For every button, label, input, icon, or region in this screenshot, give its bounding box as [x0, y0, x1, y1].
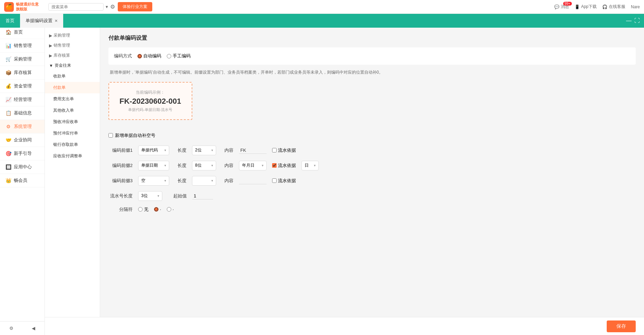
sidebar-item-system[interactable]: ⚙ 系统管理	[0, 120, 45, 133]
settings-icon[interactable]: ⚙	[110, 3, 115, 10]
search-input[interactable]	[48, 3, 104, 11]
sub-sidebar: ▶ 采购管理 ▶ 销售管理 ▶ 库存核算 ▼ 资金往来 收款单 付款单 费用支出…	[45, 28, 100, 335]
sidebar-item-guide[interactable]: 🎯 新手引导	[0, 147, 45, 160]
chevron-down-icon[interactable]: ▾	[106, 4, 108, 9]
content1-input[interactable]	[239, 147, 267, 154]
auto-code-radio[interactable]	[137, 54, 142, 58]
sidebar-item-basic-info[interactable]: 📋 基础信息	[0, 106, 45, 120]
sidebar-item-home-label: 首页	[14, 29, 23, 35]
prefix1-select[interactable]: 单据代码	[138, 146, 169, 155]
chevron-down-icon2: ▼	[49, 63, 53, 68]
sub-item-pre-payment[interactable]: 预付冲应付单	[45, 128, 100, 139]
code-method-label: 编码方式	[114, 53, 132, 59]
sep-none-radio[interactable]	[138, 207, 143, 212]
sep-none-label[interactable]: 无	[138, 206, 148, 213]
serial3-checkbox-label[interactable]: 流水依据	[272, 178, 296, 184]
preview-code: FK-20230602-001	[119, 97, 181, 106]
logo-text: 畅捷通好生意 旗舰版	[16, 2, 39, 11]
tab-minimize-button[interactable]: —	[626, 18, 632, 24]
prefix1-label: 编码前缀1	[108, 147, 133, 153]
serial2-checkbox-label[interactable]: 流水依据	[272, 162, 296, 169]
sidebar-collapse-icon[interactable]: ◀	[32, 326, 35, 331]
prefix3-label: 编码前缀3	[108, 178, 133, 184]
sub-item-receipt[interactable]: 收款单	[45, 71, 100, 82]
manual-code-radio[interactable]	[167, 54, 171, 58]
tab-close-icon[interactable]: ✕	[55, 19, 58, 23]
sub-group-sales[interactable]: ▶ 销售管理	[45, 40, 100, 50]
sub-group-cashflow[interactable]: ▼ 资金往来	[45, 61, 100, 71]
length1-label: 长度	[177, 147, 186, 153]
sidebar-item-purchase[interactable]: 🛒 采购管理	[0, 53, 45, 66]
sub-item-pre-receipt[interactable]: 预收冲应收单	[45, 116, 100, 128]
sep-dot-label[interactable]: ·	[154, 207, 161, 212]
prefix1-value: 单据代码	[141, 147, 158, 153]
app-icon: 📱	[575, 4, 580, 9]
guide-icon: 🎯	[6, 151, 11, 156]
sidebar-item-sales-label: 销售管理	[14, 43, 32, 49]
sidebar-item-enterprise[interactable]: 🤝 企业协同	[0, 133, 45, 147]
save-button[interactable]: 保存	[607, 320, 636, 332]
serial3-checkbox[interactable]	[272, 178, 277, 183]
message-icon: 💬	[554, 4, 559, 9]
serial-length-select[interactable]: 3位	[138, 191, 162, 201]
app-download-button[interactable]: 📱 App下载	[575, 4, 597, 10]
trial-button[interactable]: 体验行业方案	[118, 2, 152, 11]
sub-item-expense[interactable]: 费用支出单	[45, 93, 100, 105]
serial2-checkbox[interactable]	[272, 163, 277, 168]
sub-group-purchase[interactable]: ▶ 采购管理	[45, 30, 100, 40]
start-value-input[interactable]	[192, 193, 213, 199]
manual-code-radio-label[interactable]: 手工编码	[167, 53, 191, 59]
day-select[interactable]: 日	[301, 161, 319, 170]
prefix2-select[interactable]: 单据日期	[138, 161, 169, 170]
separator-row: 分隔符 无 · ·	[108, 206, 636, 213]
sep-dot-radio[interactable]	[154, 207, 158, 212]
content3-input[interactable]	[239, 177, 267, 184]
sub-item-adjustment[interactable]: 应收应付调整单	[45, 150, 100, 162]
sub-item-bank[interactable]: 银行存取款单	[45, 139, 100, 150]
preview-desc: 单据代码-单据日期-流水号	[119, 107, 181, 112]
sidebar-item-vip[interactable]: 👑 畅会员	[0, 174, 45, 187]
user-menu-button[interactable]: Nare	[631, 4, 640, 9]
tab-home[interactable]: 首页	[0, 14, 20, 28]
finance-icon: 💰	[6, 83, 11, 89]
sub-group-inventory[interactable]: ▶ 库存核算	[45, 50, 100, 61]
length3-select[interactable]	[192, 176, 216, 186]
autofill-checkbox[interactable]	[108, 133, 113, 138]
main-area: ▶ 采购管理 ▶ 销售管理 ▶ 库存核算 ▼ 资金往来 收款单 付款单 费用支出…	[45, 28, 644, 335]
topbar: 🍊 畅捷通好生意 旗舰版 ▾ ⚙ 体验行业方案 💬 消息 99+ 📱 App下载…	[0, 0, 644, 14]
prefix3-select[interactable]: 空	[138, 176, 169, 186]
home-icon: 🏠	[6, 29, 11, 35]
sidebar-item-finance[interactable]: 💰 资金管理	[0, 80, 45, 93]
length1-select[interactable]: 2位	[192, 146, 216, 155]
messages-button[interactable]: 💬 消息 99+	[554, 4, 569, 10]
tabbar: 首页 单据编码设置 ✕ — ⛶	[0, 14, 644, 28]
logo: 🍊 畅捷通好生意 旗舰版	[4, 2, 46, 12]
content3-label: 内容	[224, 178, 233, 184]
basic-info-icon: 📋	[6, 110, 11, 116]
online-service-button[interactable]: 🎧 在线客服	[602, 4, 625, 10]
logo-icon: 🍊	[4, 2, 14, 12]
auto-code-radio-label[interactable]: 自动编码	[137, 53, 161, 59]
serial1-checkbox[interactable]	[272, 148, 277, 152]
sep-dash-label[interactable]: ·	[167, 207, 174, 212]
bottom-bar: 保存	[45, 317, 644, 335]
sidebar-item-app-center[interactable]: 🔲 应用中心	[0, 160, 45, 174]
sidebar-bottom: ⚙ ◀	[0, 321, 45, 335]
sub-item-other-income[interactable]: 其他收入单	[45, 105, 100, 116]
sub-group-purchase-label: 采购管理	[54, 32, 70, 38]
serial1-checkbox-label[interactable]: 流水依据	[272, 147, 296, 153]
sidebar-item-inventory[interactable]: 📦 库存核算	[0, 66, 45, 80]
sidebar-item-management[interactable]: 📈 经营管理	[0, 93, 45, 106]
sidebar-item-guide-label: 新手引导	[14, 150, 32, 157]
sidebar-item-sales[interactable]: 📊 销售管理	[0, 39, 45, 53]
serial-length-label: 流水号长度	[108, 193, 133, 199]
sub-item-payment[interactable]: 付款单	[45, 82, 100, 93]
sep-dash-radio[interactable]	[167, 207, 171, 212]
tab-code-settings[interactable]: 单据编码设置 ✕	[20, 14, 63, 28]
tab-maximize-button[interactable]: ⛶	[634, 18, 640, 24]
content2-select[interactable]: 年月日	[239, 161, 267, 170]
length2-select[interactable]: 8位	[192, 161, 216, 170]
tab-home-label: 首页	[6, 18, 15, 24]
code-method-section: 编码方式 自动编码 手工编码	[108, 47, 636, 65]
sidebar-settings-icon[interactable]: ⚙	[9, 326, 13, 331]
